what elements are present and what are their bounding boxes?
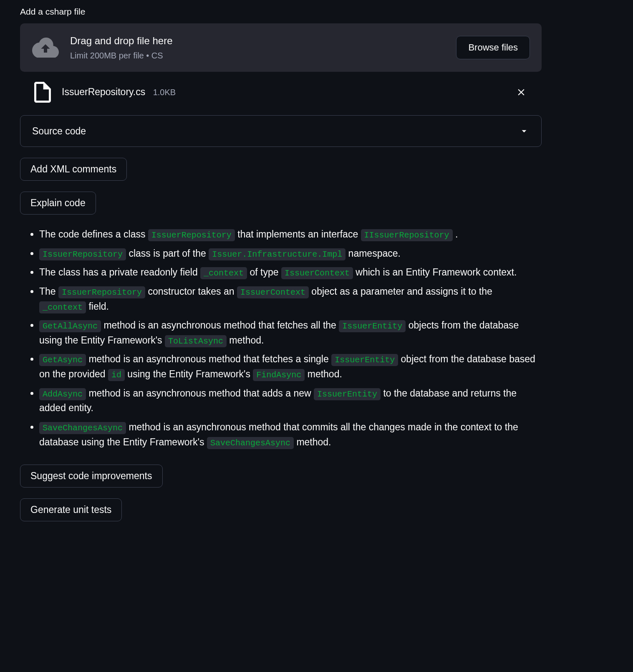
explanation-list: The code defines a class IssuerRepositor… [20,227,542,450]
close-icon [516,87,527,98]
explanation-item: IssuerRepository class is part of the Is… [39,246,542,261]
source-code-expander[interactable]: Source code [20,115,542,147]
code-token: IssuerEntity [331,354,398,366]
file-info: IssuerRepository.cs 1.0KB [62,85,176,99]
explanation-item: SaveChangesAsync method is an asynchrono… [39,420,542,450]
code-token: GetAsync [39,354,86,366]
code-token: ToListAsync [165,335,227,347]
file-icon [34,82,51,103]
code-token: SaveChangesAsync [39,422,126,434]
code-token: GetAllAsync [39,320,101,332]
explain-code-button[interactable]: Explain code [20,192,96,215]
explanation-item: GetAllAsync method is an asynchronous me… [39,318,542,348]
code-token: id [108,369,125,381]
dropzone-title: Drag and drop file here [70,33,445,48]
code-token: SaveChangesAsync [207,437,294,449]
file-size: 1.0KB [153,88,176,97]
expander-label: Source code [32,124,86,139]
code-token: IssuerRepository [58,286,145,298]
cloud-upload-icon [32,38,59,58]
dropzone-limit: Limit 200MB per file • CS [70,49,445,62]
uploaded-file-row: IssuerRepository.cs 1.0KB [20,72,542,113]
code-token: IssuerEntity [339,320,406,332]
explanation-item: The class has a private readonly field _… [39,265,542,280]
remove-file-button[interactable] [513,84,529,100]
code-token: Issuer.Infrastructure.Impl [209,248,346,260]
explanation-item: The IssuerRepository constructor takes a… [39,284,542,314]
dropzone-text: Drag and drop file here Limit 200MB per … [70,33,445,62]
uploader-label: Add a csharp file [20,5,613,18]
file-name: IssuerRepository.cs [62,86,145,97]
code-token: _context [200,267,247,279]
chevron-down-icon [519,126,530,136]
generate-unit-tests-button[interactable]: Generate unit tests [20,498,122,521]
browse-files-button[interactable]: Browse files [456,36,530,59]
explanation-item: AddAsync method is an asynchronous metho… [39,386,542,416]
code-token: IssuerRepository [148,229,235,241]
suggest-improvements-button[interactable]: Suggest code improvements [20,465,163,488]
code-token: IssuerContext [237,286,309,298]
code-token: FindAsync [253,369,305,381]
add-xml-comments-button[interactable]: Add XML comments [20,158,127,181]
code-token: IssuerRepository [39,248,126,260]
code-token: AddAsync [39,388,86,400]
code-token: IIssuerRepository [361,229,453,241]
explanation-item: The code defines a class IssuerRepositor… [39,227,542,242]
code-token: IssuerContext [281,267,353,279]
file-dropzone[interactable]: Drag and drop file here Limit 200MB per … [20,23,542,72]
explanation-item: GetAsync method is an asynchronous metho… [39,352,542,381]
code-token: _context [39,301,86,313]
code-token: IssuerEntity [314,388,381,400]
explanation-output: The code defines a class IssuerRepositor… [20,227,542,450]
